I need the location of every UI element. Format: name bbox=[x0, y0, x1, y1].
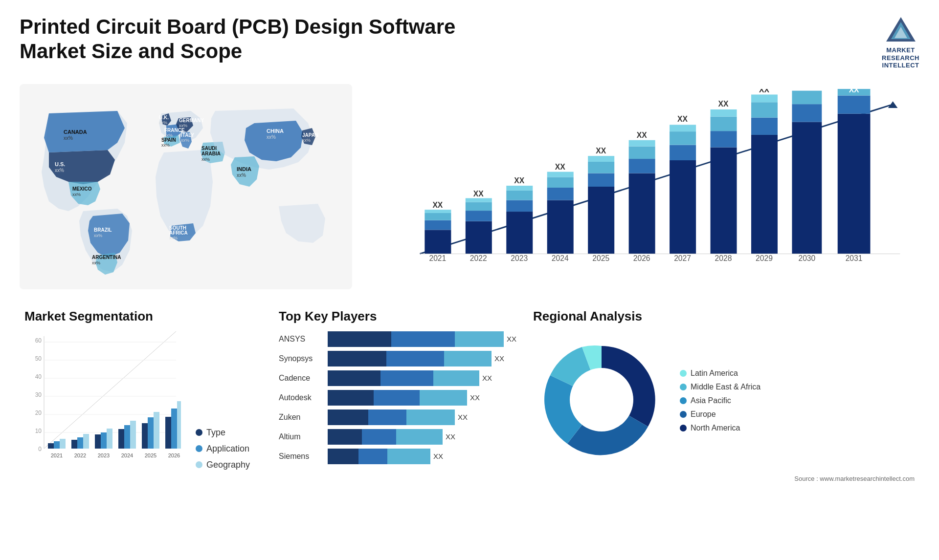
reg-legend-latin: Latin America bbox=[680, 369, 760, 378]
svg-text:2024: 2024 bbox=[121, 452, 133, 458]
player-row-zuken: Zuken XX bbox=[279, 409, 504, 425]
svg-text:xx%: xx% bbox=[159, 120, 167, 125]
player-name-siemens: Siemens bbox=[279, 452, 323, 461]
player-name-zuken: Zuken bbox=[279, 413, 323, 422]
svg-text:GERMANY: GERMANY bbox=[179, 118, 204, 123]
player-label-synopsys: XX bbox=[494, 354, 504, 363]
svg-rect-41 bbox=[425, 210, 451, 213]
svg-text:2027: 2027 bbox=[674, 254, 691, 262]
svg-rect-38 bbox=[425, 230, 451, 254]
svg-rect-63 bbox=[588, 173, 614, 186]
svg-text:SAUDI: SAUDI bbox=[201, 146, 217, 151]
svg-rect-59 bbox=[547, 172, 574, 177]
svg-text:2028: 2028 bbox=[715, 254, 732, 262]
svg-text:AFRICA: AFRICA bbox=[169, 230, 188, 236]
svg-text:2031: 2031 bbox=[846, 254, 863, 262]
svg-rect-52 bbox=[506, 191, 533, 200]
svg-rect-87 bbox=[751, 117, 778, 134]
svg-text:XX: XX bbox=[596, 147, 606, 155]
svg-text:XX: XX bbox=[555, 162, 565, 171]
reg-label-latin: Latin America bbox=[691, 369, 738, 378]
svg-rect-44 bbox=[466, 221, 492, 254]
svg-text:2022: 2022 bbox=[74, 452, 86, 458]
svg-text:XX: XX bbox=[849, 89, 859, 94]
player-row-autodesk: Autodesk XX bbox=[279, 390, 504, 406]
svg-rect-86 bbox=[751, 135, 778, 254]
svg-text:20: 20 bbox=[35, 409, 42, 416]
player-row-cadence: Cadence XX bbox=[279, 370, 504, 386]
svg-text:2026: 2026 bbox=[633, 254, 650, 262]
svg-text:U.S.: U.S. bbox=[55, 161, 65, 167]
svg-rect-88 bbox=[751, 102, 778, 117]
player-row-ansys: ANSYS XX bbox=[279, 331, 504, 347]
legend-application-label: Application bbox=[206, 444, 249, 454]
players-title: Top Key Players bbox=[279, 309, 504, 324]
svg-rect-140 bbox=[177, 401, 181, 449]
svg-rect-56 bbox=[547, 200, 574, 254]
svg-rect-123 bbox=[77, 437, 83, 449]
svg-rect-68 bbox=[629, 173, 655, 254]
svg-rect-93 bbox=[792, 104, 822, 122]
svg-text:U.K.: U.K. bbox=[159, 115, 169, 120]
svg-text:xx%: xx% bbox=[72, 192, 81, 197]
svg-text:2025: 2025 bbox=[592, 254, 609, 262]
reg-legend-apac: Asia Pacific bbox=[680, 396, 760, 405]
legend-geography-label: Geography bbox=[206, 460, 250, 470]
svg-rect-128 bbox=[107, 429, 112, 449]
players-section: Top Key Players ANSYS XX bbox=[274, 304, 509, 487]
svg-text:XX: XX bbox=[432, 201, 443, 209]
regional-section: Regional Analysis bbox=[528, 304, 919, 487]
svg-rect-74 bbox=[670, 160, 696, 254]
svg-text:INDIA: INDIA bbox=[237, 166, 251, 172]
svg-text:XX: XX bbox=[802, 89, 812, 90]
svg-text:xx%: xx% bbox=[92, 260, 100, 265]
svg-text:xx%: xx% bbox=[94, 233, 102, 238]
svg-text:30: 30 bbox=[35, 391, 42, 398]
player-bar-cadence: XX bbox=[328, 370, 504, 386]
bar-chart-svg: XX 2021 XX 2022 bbox=[381, 89, 910, 284]
player-name-cadence: Cadence bbox=[279, 374, 323, 383]
svg-text:xx%: xx% bbox=[181, 138, 189, 143]
segmentation-title: Market Segmentation bbox=[24, 309, 249, 324]
bottom-section: Market Segmentation 0 10 20 30 40 bbox=[20, 304, 919, 487]
svg-text:xx%: xx% bbox=[179, 123, 187, 128]
player-row-synopsys: Synopsys XX bbox=[279, 351, 504, 366]
svg-text:XX: XX bbox=[514, 176, 524, 185]
svg-text:2024: 2024 bbox=[552, 254, 569, 262]
svg-rect-40 bbox=[425, 213, 451, 220]
svg-text:xx%: xx% bbox=[161, 143, 170, 148]
svg-rect-132 bbox=[130, 421, 136, 449]
logo-icon bbox=[884, 15, 918, 44]
reg-dot-europe bbox=[680, 411, 687, 418]
seg-bar-chart: 0 10 20 30 40 50 60 bbox=[24, 331, 181, 468]
donut-chart bbox=[533, 331, 670, 468]
svg-rect-126 bbox=[95, 434, 101, 449]
player-label-altium: XX bbox=[446, 432, 455, 441]
svg-text:xx%: xx% bbox=[237, 172, 246, 178]
svg-rect-119 bbox=[54, 441, 60, 449]
svg-rect-97 bbox=[838, 114, 871, 254]
legend-application: Application bbox=[196, 444, 250, 454]
svg-rect-46 bbox=[466, 202, 492, 211]
svg-text:2026: 2026 bbox=[168, 452, 180, 458]
svg-rect-131 bbox=[124, 425, 130, 449]
svg-text:2029: 2029 bbox=[756, 254, 773, 262]
svg-rect-45 bbox=[466, 211, 492, 221]
svg-text:60: 60 bbox=[35, 337, 42, 344]
main-grid: CANADA xx% U.S. xx% MEXICO xx% BRAZIL xx… bbox=[20, 84, 919, 487]
reg-legend-europe: Europe bbox=[680, 410, 760, 419]
world-map-svg: CANADA xx% U.S. xx% MEXICO xx% BRAZIL xx… bbox=[20, 84, 352, 289]
player-row-altium: Altium XX bbox=[279, 429, 504, 445]
player-label-zuken: XX bbox=[458, 413, 468, 421]
svg-rect-136 bbox=[154, 412, 159, 449]
player-bar-altium: XX bbox=[328, 429, 504, 445]
player-bar-ansys: XX bbox=[328, 331, 516, 347]
reg-label-na: North America bbox=[691, 424, 740, 432]
player-label-autodesk: XX bbox=[470, 393, 480, 402]
world-map-section: CANADA xx% U.S. xx% MEXICO xx% BRAZIL xx… bbox=[20, 84, 352, 289]
reg-legend-mea: Middle East & Africa bbox=[680, 383, 760, 391]
svg-text:XX: XX bbox=[759, 89, 769, 94]
donut-container: Latin America Middle East & Africa Asia … bbox=[533, 331, 915, 470]
svg-text:XX: XX bbox=[677, 115, 688, 123]
svg-text:2021: 2021 bbox=[51, 452, 63, 458]
